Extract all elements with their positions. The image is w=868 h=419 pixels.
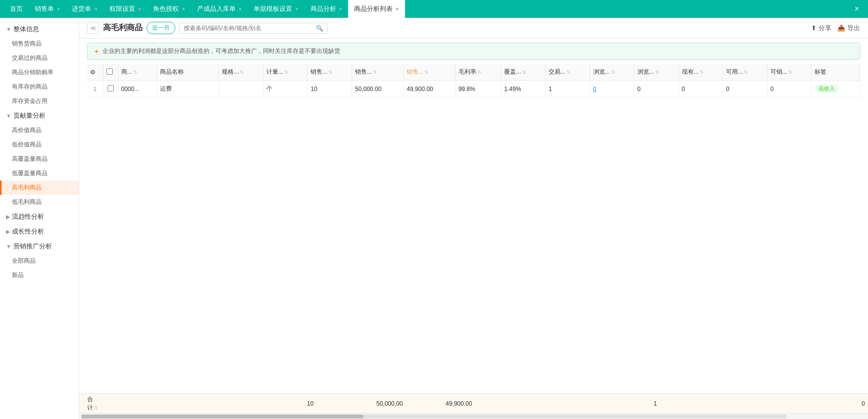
sort-browse2-icon: ⇅ — [655, 69, 659, 75]
table-wrapper: ⚙ 商...⇅ 商品名称 规格...⇅ 计量...⇅ 销售...⇅ 销售...⇅… — [79, 64, 868, 393]
export-icon: 📤 — [837, 24, 845, 32]
cell-sales3: 49,900.00 — [404, 81, 455, 97]
sidebar-group-overall[interactable]: ▼ 整体信息 — [0, 22, 79, 37]
col-settings[interactable]: ⚙ — [87, 64, 103, 81]
col-saleable[interactable]: 可销...⇅ — [767, 64, 812, 81]
footer-transaction: 1 — [654, 400, 693, 407]
col-unit[interactable]: 计量...⇅ — [263, 64, 307, 81]
col-sales3[interactable]: 销售...⇅ — [404, 64, 455, 81]
col-browse1[interactable]: 浏览...⇅ — [590, 64, 634, 81]
nav-product-analysis-list[interactable]: 商品分析列表 × — [348, 0, 405, 18]
nav-product-inbound[interactable]: 产成品入库单 × — [191, 0, 248, 18]
info-icon: ✦ — [94, 47, 100, 55]
search-icon[interactable]: 🔍 — [316, 25, 323, 32]
col-name[interactable]: 商品名称 — [156, 64, 219, 81]
cell-browse1[interactable]: 0 — [590, 81, 634, 97]
close-purchase-order-icon[interactable]: × — [94, 6, 97, 12]
row-checkbox[interactable] — [107, 85, 114, 92]
sidebar-item-low-coverage[interactable]: 低覆盖量商品 — [0, 166, 79, 181]
footer-sales2: 50,000.00 — [376, 400, 416, 407]
col-transaction[interactable]: 交易...⇅ — [545, 64, 590, 81]
footer-label: 合计： — [87, 395, 99, 412]
close-product-analysis-icon[interactable]: × — [339, 6, 342, 12]
sidebar-item-high-coverage[interactable]: 高覆盖量商品 — [0, 152, 79, 166]
sidebar-item-low-margin[interactable]: 低毛利商品 — [0, 195, 79, 209]
col-sales1[interactable]: 销售...⇅ — [307, 64, 352, 81]
close-sales-order-icon[interactable]: × — [57, 6, 60, 12]
sidebar-item-sales-goods[interactable]: 销售货商品 — [0, 37, 79, 51]
time-filter-button[interactable]: 近一月 — [147, 22, 175, 34]
top-nav: 首页 销售单 × 进货单 × 权限设置 × 角色授权 × 产成品入库单 × 单据… — [0, 0, 868, 18]
sidebar-item-distribution-rate[interactable]: 商品分销助购率 — [0, 65, 79, 80]
nav-permission[interactable]: 权限设置 × — [103, 0, 147, 18]
cell-browse2: 0 — [634, 81, 679, 97]
window-close-button[interactable]: × — [850, 4, 864, 13]
search-input[interactable] — [184, 25, 316, 32]
sort-coverage-icon: ⇅ — [522, 69, 526, 75]
sidebar-group-trend[interactable]: ▶ 流趋性分析 — [0, 209, 79, 224]
scroll-track[interactable] — [81, 415, 787, 419]
nav-sales-order[interactable]: 销售单 × — [29, 0, 66, 18]
nav-template[interactable]: 单据模板设置 × — [248, 0, 304, 18]
sidebar-group-contribution[interactable]: ▼ 贡献量分析 — [0, 108, 79, 123]
sort-gross-rate-icon: ⇅ — [477, 69, 481, 75]
cell-spec — [219, 81, 263, 97]
col-gross-rate[interactable]: 毛利率⇅ — [455, 64, 501, 81]
export-button[interactable]: 📤 导出 — [837, 24, 860, 33]
select-all-checkbox[interactable] — [106, 68, 113, 75]
sort-transaction-icon: ⇅ — [566, 69, 570, 75]
sidebar-item-traded-goods[interactable]: 交易过的商品 — [0, 51, 79, 65]
col-available[interactable]: 可用...⇅ — [723, 64, 767, 81]
nav-product-analysis[interactable]: 商品分析 × — [305, 0, 348, 18]
arrow-trend-icon: ▶ — [6, 214, 10, 220]
share-button[interactable]: ⬆ 分享 — [811, 24, 831, 33]
col-spec[interactable]: 规格...⇅ — [219, 64, 263, 81]
sidebar: ▼ 整体信息 销售货商品 交易过的商品 商品分销助购率 有库存的商品 库存资金占… — [0, 18, 79, 419]
sort-current-icon: ⇅ — [700, 69, 704, 75]
close-product-inbound-icon[interactable]: × — [239, 6, 242, 12]
nav-purchase-order[interactable]: 进货单 × — [66, 0, 103, 18]
footer-bar: 合计： 10 50,000.00 49,900.00 1 0 0 — [79, 393, 868, 413]
sidebar-group-growth[interactable]: ▶ 成长性分析 — [0, 224, 79, 239]
table-row: 1 0000... 运费 个 10 50,000.00 49,900.00 99… — [87, 81, 860, 97]
sidebar-item-new-goods[interactable]: 新品 — [0, 268, 79, 282]
header-actions: ⬆ 分享 📤 导出 — [811, 24, 860, 33]
sidebar-item-inventory-capital[interactable]: 库存资金占用 — [0, 94, 79, 108]
sort-spec-icon: ⇅ — [240, 69, 244, 75]
cell-tag: 高收入 — [812, 81, 860, 97]
col-browse2[interactable]: 浏览...⇅ — [634, 64, 679, 81]
arrow-marketing-icon: ▼ — [6, 243, 11, 249]
sidebar-item-low-value[interactable]: 低价值商品 — [0, 138, 79, 152]
scroll-thumb[interactable] — [81, 415, 363, 419]
content-area: ≪ 高毛利商品 近一月 🔍 ⬆ 分享 📤 导出 — [79, 18, 868, 419]
cell-available: 0 — [723, 81, 767, 97]
sort-sales2-icon: ⇅ — [373, 69, 377, 75]
col-tag[interactable]: 标签 — [812, 64, 860, 81]
sidebar-item-high-margin[interactable]: 高毛利商品 — [0, 181, 79, 195]
sort-sales1-icon: ⇅ — [328, 69, 332, 75]
nav-role-auth[interactable]: 角色授权 × — [147, 0, 191, 18]
col-coverage[interactable]: 覆盖...⇅ — [501, 64, 546, 81]
sidebar-item-all-goods[interactable]: 全部商品 — [0, 254, 79, 268]
sidebar-item-high-value[interactable]: 高价值商品 — [0, 123, 79, 138]
col-current[interactable]: 现有...⇅ — [678, 64, 723, 81]
sidebar-group-marketing[interactable]: ▼ 营销推广分析 — [0, 239, 79, 254]
sort-browse1-icon: ⇅ — [611, 69, 615, 75]
col-code[interactable]: 商...⇅ — [118, 64, 156, 81]
close-template-icon[interactable]: × — [295, 6, 298, 12]
close-product-analysis-list-icon[interactable]: × — [396, 6, 399, 12]
horizontal-scrollbar[interactable] — [79, 413, 868, 419]
cell-checkbox[interactable] — [103, 81, 118, 97]
cell-sales1: 10 — [307, 81, 352, 97]
page-title: 高毛利商品 — [103, 23, 143, 33]
collapse-sidebar-button[interactable]: ≪ — [87, 22, 99, 34]
cell-gross-rate: 99.8% — [455, 81, 501, 97]
cell-sales2: 50,000.00 — [352, 81, 404, 97]
close-permission-icon[interactable]: × — [138, 6, 141, 12]
col-sales2[interactable]: 销售...⇅ — [352, 64, 404, 81]
nav-home[interactable]: 首页 — [4, 0, 29, 18]
sort-unit-icon: ⇅ — [284, 69, 288, 75]
close-role-auth-icon[interactable]: × — [182, 6, 185, 12]
sidebar-item-in-stock-goods[interactable]: 有库存的商品 — [0, 80, 79, 94]
sort-available-icon: ⇅ — [744, 69, 748, 75]
